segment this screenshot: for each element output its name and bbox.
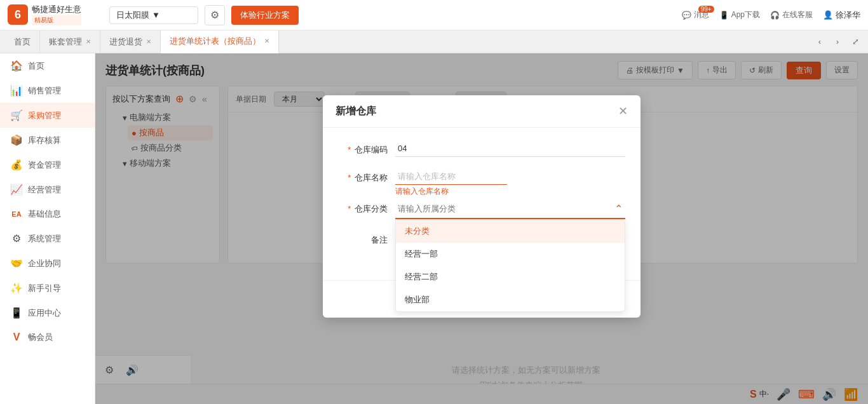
tab-purchase-return-close[interactable]: ✕: [146, 38, 151, 45]
required-star-cat: *: [348, 204, 351, 213]
username: 徐泽华: [836, 10, 860, 21]
code-input[interactable]: [395, 140, 625, 157]
modal-header: 新增仓库 ✕: [323, 95, 641, 128]
tab-purchase-stats[interactable]: 进货单统计表（按商品） ✕: [161, 30, 279, 53]
tab-home-label: 首页: [14, 36, 31, 48]
basic-info-icon: EA: [10, 210, 23, 218]
sidebar-item-purchase[interactable]: 🛒 采购管理: [0, 103, 95, 128]
name-input[interactable]: [395, 168, 507, 185]
category-selector: ⌃ 未分类 经营一部 经营二部 物业部: [395, 199, 625, 219]
tab-prev-icon[interactable]: ‹: [812, 34, 827, 50]
dropdown-item-property[interactable]: 物业部: [396, 288, 625, 311]
headset-icon: 🎧: [770, 11, 780, 20]
code-label: * 仓库编码: [338, 140, 395, 156]
tab-accounts-label: 账套管理: [49, 36, 82, 48]
sidebar-item-system[interactable]: ⚙ 系统管理: [0, 226, 95, 251]
modal-title: 新增仓库: [336, 105, 376, 118]
dropdown-item-dept1[interactable]: 经营一部: [396, 243, 625, 266]
user-info[interactable]: 👤 徐泽华: [823, 10, 860, 21]
home-icon: 🏠: [10, 60, 23, 72]
category-input-wrap: ⌃: [395, 199, 625, 219]
online-service-item[interactable]: 🎧 在线客服: [770, 10, 813, 20]
app-download-item[interactable]: 📱 App下载: [719, 10, 760, 20]
system-icon: ⚙: [10, 232, 23, 245]
sidebar-item-operations[interactable]: 📈 经营管理: [0, 177, 95, 202]
tab-home[interactable]: 首页: [5, 30, 40, 53]
form-row-category: * 仓库分类 ⌃ 未分类 经营一部 经营二部 物业部: [338, 199, 625, 219]
modal-body: * 仓库编码 * 仓库名称: [323, 128, 641, 280]
logo-text: 畅捷通好生意: [32, 4, 81, 15]
apps-icon: 📱: [10, 307, 23, 319]
category-arrow-icon[interactable]: ⌃: [614, 203, 623, 215]
category-label: * 仓库分类: [338, 199, 395, 215]
top-navbar: 6 畅捷通好生意 精易版 日太阳膜 ▼ ⚙ 体验行业方案 💬 消息 99+ 📱 …: [0, 0, 868, 30]
sidebar-item-enterprise[interactable]: 🤝 企业协同: [0, 251, 95, 276]
required-star-name: *: [348, 173, 351, 182]
tab-purchase-stats-label: 进货单统计表（按商品）: [170, 36, 261, 47]
modal-close-icon[interactable]: ✕: [618, 104, 628, 118]
logo-badge: 精易版: [32, 15, 81, 25]
store-name: 日太阳膜: [116, 10, 149, 21]
chevron-down-icon: ▼: [152, 10, 160, 20]
tab-accounts-close[interactable]: ✕: [86, 38, 91, 45]
form-row-code: * 仓库编码: [338, 140, 625, 157]
tab-expand-icon[interactable]: ⤢: [848, 34, 863, 50]
tab-actions: ‹ › ⤢: [812, 34, 863, 50]
user-avatar-icon: 👤: [823, 10, 833, 20]
notification-badge: 99+: [698, 6, 714, 13]
required-star: *: [348, 145, 351, 154]
logo-area: 6 畅捷通好生意 精易版: [8, 4, 103, 25]
remarks-label: 备注: [338, 231, 395, 246]
sidebar-operations-label: 经营管理: [28, 184, 61, 196]
sidebar-vip-label: 畅会员: [28, 332, 53, 343]
purchase-icon: 🛒: [10, 109, 23, 121]
category-input[interactable]: [398, 204, 614, 213]
nav-right: 💬 消息 99+ 📱 App下载 🎧 在线客服 👤 徐泽华: [682, 10, 860, 21]
sidebar-item-basic[interactable]: EA 基础信息: [0, 202, 95, 226]
sidebar-purchase-label: 采购管理: [28, 110, 61, 121]
dropdown-item-dept2[interactable]: 经营二部: [396, 266, 625, 288]
message-icon: 💬: [682, 11, 691, 20]
form-row-name: * 仓库名称 请输入仓库名称: [338, 168, 625, 197]
sidebar: 🏠 首页 📊 销售管理 🛒 采购管理 📦 库存核算 💰 资金管理 📈 经营管理 …: [0, 53, 95, 404]
sidebar-apps-label: 应用中心: [28, 307, 61, 319]
sidebar-home-label: 首页: [28, 60, 44, 72]
name-error-message: 请输入仓库名称: [395, 186, 449, 197]
sidebar-item-home[interactable]: 🏠 首页: [0, 53, 95, 78]
tab-bar: 首页 账套管理 ✕ 进货退货 ✕ 进货单统计表（按商品） ✕ ‹ › ⤢: [0, 30, 868, 53]
sidebar-item-apps[interactable]: 📱 应用中心: [0, 300, 95, 325]
sidebar-basic-label: 基础信息: [28, 208, 61, 220]
sidebar-item-sales[interactable]: 📊 销售管理: [0, 78, 95, 103]
phone-icon: 📱: [719, 11, 729, 20]
service-label: 在线客服: [782, 10, 813, 20]
sidebar-item-guide[interactable]: ✨ 新手引导: [0, 276, 95, 300]
sidebar-sales-label: 销售管理: [28, 85, 61, 97]
sidebar-inventory-label: 库存核算: [28, 135, 61, 146]
sidebar-system-label: 系统管理: [28, 233, 61, 245]
dropdown-item-uncategorized[interactable]: 未分类: [396, 220, 625, 243]
notification-item[interactable]: 💬 消息 99+: [682, 10, 709, 20]
tab-purchase-stats-close[interactable]: ✕: [264, 37, 269, 44]
name-label: * 仓库名称: [338, 168, 395, 184]
tab-accounts[interactable]: 账套管理 ✕: [40, 30, 100, 53]
sidebar-item-vip[interactable]: V 畅会员: [0, 325, 95, 349]
finance-icon: 💰: [10, 159, 23, 171]
sidebar-guide-label: 新手引导: [28, 283, 61, 294]
main-layout: 🏠 首页 📊 销售管理 🛒 采购管理 📦 库存核算 💰 资金管理 📈 经营管理 …: [0, 53, 868, 404]
store-selector[interactable]: 日太阳膜 ▼: [109, 6, 198, 24]
sidebar-item-finance[interactable]: 💰 资金管理: [0, 152, 95, 177]
name-field-wrap: [395, 168, 507, 185]
operations-icon: 📈: [10, 184, 23, 196]
tab-next-icon[interactable]: ›: [830, 34, 845, 50]
tab-purchase-return-label: 进货退货: [109, 36, 142, 48]
sidebar-item-inventory[interactable]: 📦 库存核算: [0, 128, 95, 152]
sidebar-finance-label: 资金管理: [28, 159, 61, 171]
trial-button[interactable]: 体验行业方案: [231, 6, 299, 25]
tab-purchase-return[interactable]: 进货退货 ✕: [100, 30, 161, 53]
settings-icon[interactable]: ⚙: [205, 5, 225, 25]
category-dropdown: 未分类 经营一部 经营二部 物业部: [395, 219, 625, 312]
sales-icon: 📊: [10, 84, 23, 97]
sidebar-enterprise-label: 企业协同: [28, 258, 61, 269]
guide-icon: ✨: [10, 282, 23, 294]
content-area: 进货单统计(按商品) 🖨 按模板打印 ▼ ↑ 导出 ↺ 刷新 查询 设置: [95, 53, 868, 404]
